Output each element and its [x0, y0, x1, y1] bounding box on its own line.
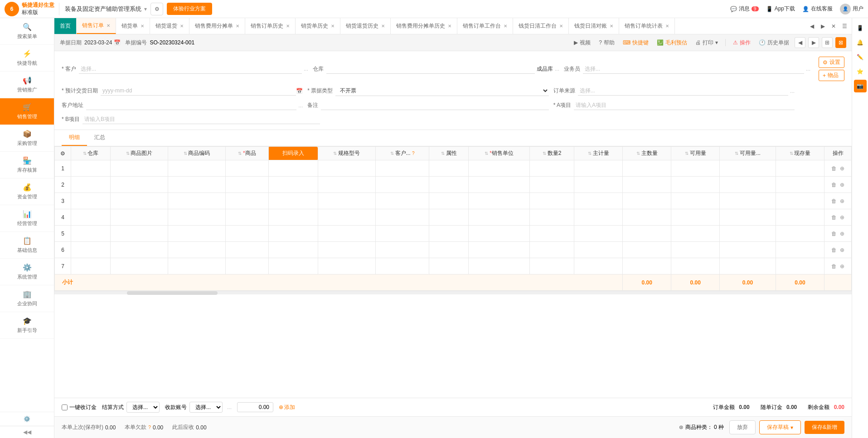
tab-close-sales-return[interactable]: ✕: [141, 24, 144, 29]
tab-next-btn[interactable]: ▶: [817, 21, 828, 32]
row-copy-3[interactable]: ⊕: [839, 197, 845, 205]
tab-close-refund[interactable]: ✕: [180, 24, 184, 29]
salesperson-ellipsis[interactable]: ...: [806, 66, 810, 72]
sidebar-item-inventory[interactable]: 🏪 库存核算: [0, 152, 54, 178]
account-ellipsis[interactable]: ...: [227, 404, 232, 410]
row-delete-1[interactable]: 🗑: [830, 164, 838, 173]
one-click-payment-checkbox[interactable]: 一键收订金: [62, 404, 97, 411]
tab-close-cash-reconcile[interactable]: ✕: [610, 24, 613, 29]
tab-sales-refund-goods[interactable]: 销货退货 ✕: [150, 18, 189, 34]
add-goods-btn[interactable]: + 物品: [819, 70, 844, 81]
shortcut-btn[interactable]: ⌨ 快捷键: [620, 38, 651, 48]
tab-cash-daily-workbench[interactable]: 钱货日清工作台 ✕: [513, 18, 569, 34]
cell-warehouse-2[interactable]: [71, 177, 111, 193]
tab-sales-refund-history[interactable]: 销货退货历史 ✕: [340, 18, 391, 34]
invoice-type-select[interactable]: 不开票: [335, 86, 548, 96]
sidebar-item-operations[interactable]: 📊 经营管理: [0, 205, 54, 232]
tab-close-fee[interactable]: ✕: [236, 24, 239, 29]
online-service-btn[interactable]: 👤 在线客服: [802, 5, 833, 13]
delivery-date-input[interactable]: [101, 86, 296, 96]
sidebar-item-search[interactable]: 🔍 搜索菜单: [0, 18, 54, 45]
scroll-thumb[interactable]: [127, 291, 218, 295]
right-panel-icon-phone[interactable]: 📱: [854, 22, 867, 34]
order-source-ellipsis[interactable]: ...: [790, 88, 795, 94]
warehouse-input[interactable]: [326, 64, 535, 74]
grid-view-btn[interactable]: ⊞: [822, 37, 833, 48]
right-panel-icon-bell[interactable]: 🔔: [854, 36, 867, 49]
save-draft-btn[interactable]: 保存草稿 ▾: [759, 420, 801, 434]
tab-prev-btn[interactable]: ◀: [806, 21, 817, 32]
tab-close-order-workbench[interactable]: ✕: [504, 24, 507, 29]
row-copy-4[interactable]: ⊕: [839, 213, 845, 221]
address-ellipsis[interactable]: ...: [298, 102, 303, 109]
cell-goods-name-1[interactable]: [226, 160, 269, 177]
cell-available-qty-1[interactable]: [671, 160, 720, 177]
tab-home[interactable]: 首页: [54, 18, 77, 34]
sidebar-item-marketing[interactable]: 📢 营销推广: [0, 72, 54, 98]
tab-close-order-history[interactable]: ✕: [286, 24, 290, 29]
settlement-select[interactable]: 选择...: [126, 402, 160, 413]
tab-close-sales-order[interactable]: ✕: [107, 23, 110, 28]
system-selector-icon[interactable]: ▾: [144, 6, 147, 12]
order-source-input[interactable]: [578, 86, 788, 96]
row-delete-7[interactable]: 🗑: [830, 262, 838, 270]
cell-goods-name-2[interactable]: [226, 177, 269, 193]
prev-record-btn[interactable]: ◀: [795, 37, 805, 48]
tab-sales-order-stats[interactable]: 销售订单统计表 ✕: [619, 18, 675, 34]
sidebar-item-enterprise[interactable]: 🏢 企业协同: [0, 285, 54, 312]
row-copy-7[interactable]: ⊕: [839, 262, 845, 270]
system-settings-btn[interactable]: ⚙: [150, 3, 163, 15]
customer-ellipsis[interactable]: ...: [304, 66, 308, 72]
tab-close-stats[interactable]: ✕: [665, 24, 669, 29]
add-payment-btn[interactable]: ⊕ 添加: [279, 404, 295, 411]
cell-customer-code-1[interactable]: [375, 160, 429, 177]
tab-sales-return[interactable]: 销货单 ✕: [116, 18, 150, 34]
sidebar-item-purchase[interactable]: 📦 采购管理: [0, 125, 54, 152]
address-input[interactable]: [86, 101, 296, 110]
tab-close-all-btn[interactable]: ✕: [828, 21, 839, 32]
salesperson-input[interactable]: [583, 64, 804, 74]
sidebar-item-guide[interactable]: 🎓 新手引导: [0, 312, 54, 339]
tab-sales-fee-split[interactable]: 销售费用分摊单 ✕: [189, 18, 245, 34]
row-delete-4[interactable]: 🗑: [830, 213, 838, 221]
discard-btn[interactable]: 放弃: [729, 420, 756, 434]
cell-attributes-1[interactable]: [429, 160, 469, 177]
col-header-settings[interactable]: ⚙: [55, 147, 71, 160]
save-new-btn[interactable]: 保存&新增: [805, 421, 844, 434]
right-panel-icon-edit[interactable]: ✏️: [854, 51, 867, 63]
tab-sales-return-history[interactable]: 销货单历史 ✕: [296, 18, 340, 34]
project-a-input[interactable]: [574, 101, 795, 110]
tab-cash-daily-reconcile[interactable]: 钱货日清对账 ✕: [569, 18, 619, 34]
cell-spec-1[interactable]: [318, 160, 375, 177]
right-panel-icon-star[interactable]: ⭐: [854, 65, 867, 78]
row-copy-1[interactable]: ⊕: [839, 164, 845, 173]
cell-goods-code-1[interactable]: [168, 160, 225, 177]
sidebar-item-base-info[interactable]: 📋 基础信息: [0, 232, 54, 259]
cell-goods-image-2[interactable]: [110, 177, 168, 193]
cell-available-qty2-1[interactable]: [720, 160, 776, 177]
row-delete-3[interactable]: 🗑: [830, 197, 838, 205]
warehouse-ellipsis[interactable]: ...: [555, 66, 559, 72]
tab-detail[interactable]: 明细: [62, 130, 87, 146]
remark-input[interactable]: [321, 101, 548, 110]
tab-close-fee-history[interactable]: ✕: [448, 24, 451, 29]
calendar-icon[interactable]: 📅: [114, 39, 121, 46]
row-copy-5[interactable]: ⊕: [839, 230, 845, 238]
cell-sales-unit-1[interactable]: [469, 160, 530, 177]
save-draft-chevron[interactable]: ▾: [790, 424, 793, 431]
help-btn[interactable]: ? 帮助: [596, 38, 617, 48]
user-menu[interactable]: 👤 用户: [840, 4, 863, 14]
profit-btn[interactable]: 💹 毛利预估: [654, 38, 690, 48]
app-download-btn[interactable]: 📱 App下载: [766, 5, 795, 13]
cell-warehouse-1[interactable]: [71, 160, 111, 177]
sidebar-footer-settings[interactable]: ⚙️: [0, 412, 54, 426]
operation-btn[interactable]: ⚠ 操作: [730, 38, 753, 48]
tab-sales-order[interactable]: 销售订单 ✕: [77, 18, 116, 34]
next-record-btn[interactable]: ▶: [808, 37, 819, 48]
cell-current-qty-1[interactable]: [776, 160, 824, 177]
print-btn[interactable]: 🖨 打印 ▾: [693, 38, 721, 48]
message-btn[interactable]: 💬 消息 9: [730, 5, 759, 13]
delivery-date-calendar-icon[interactable]: 📅: [296, 88, 303, 94]
tab-summary[interactable]: 汇总: [87, 130, 112, 146]
cell-main-qty-1[interactable]: [623, 160, 671, 177]
